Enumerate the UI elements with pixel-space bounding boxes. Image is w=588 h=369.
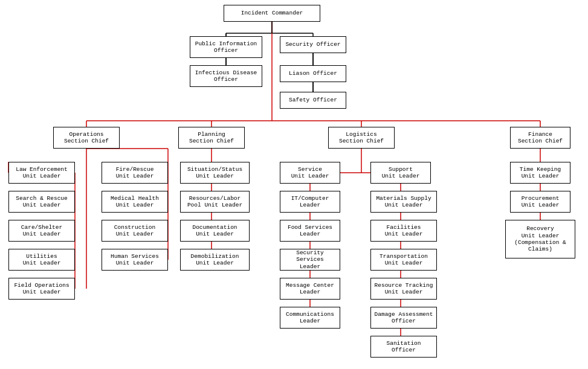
situation-status-node: Situation/Status Unit Leader [180,162,250,184]
food-services-node: Food Services Leader [280,220,340,242]
service-unit-node: Service Unit Leader [280,162,340,184]
security-services-node: Security Services Leader [280,249,340,271]
resource-tracking-node: Resource Tracking Unit Leader [370,278,437,300]
org-chart: Incident CommanderPublic Information Off… [0,0,588,369]
finance-chief-node: Finance Section Chief [510,127,570,149]
security-officer-node: Security Officer [280,36,346,53]
public-info-node: Public Information Officer [190,36,262,58]
liason-officer-node: Liason Officer [280,65,346,82]
medical-health-node: Medical Health Unit Leader [102,191,168,213]
ops-chief-node: Operations Section Chief [53,127,120,149]
construction-node: Construction Unit Leader [102,220,168,242]
time-keeping-node: Time Keeping Unit Leader [510,162,570,184]
documentation-node: Documentation Unit Leader [180,220,250,242]
utilities-node: Utilities Unit Leader [8,249,75,271]
sanitation-node: Sanitation Officer [370,336,437,358]
materials-supply-node: Materials Supply Unit Leader [370,191,437,213]
demobilization-node: Demobilization Unit Leader [180,249,250,271]
infectious-disease-node: Infectious Disease Officer [190,65,262,87]
procurement-node: Procurement Unit Leader [510,191,570,213]
it-computer-node: IT/Computer Leader [280,191,340,213]
logistics-chief-node: Logistics Section Chief [328,127,395,149]
message-center-node: Message Center Leader [280,278,340,300]
facilities-node: Facilities Unit Leader [370,220,437,242]
care-shelter-node: Care/Shelter Unit Leader [8,220,75,242]
planning-chief-node: Planning Section Chief [178,127,245,149]
transportation-node: Transportation Unit Leader [370,249,437,271]
incident-commander-node: Incident Commander [224,5,320,22]
damage-assessment-node: Damage Assessment Officer [370,307,437,329]
human-services-node: Human Services Unit Leader [102,249,168,271]
safety-officer-node: Safety Officer [280,92,346,109]
resources-labor-node: Resources/Labor Pool Unit Leader [180,191,250,213]
law-enforcement-node: Law Enforcement Unit Leader [8,162,75,184]
fire-rescue-node: Fire/Rescue Unit Leader [102,162,168,184]
search-rescue-node: Search & Rescue Unit Leader [8,191,75,213]
field-ops-node: Field Operations Unit Leader [8,278,75,300]
support-unit-node: Support Unit Leader [370,162,431,184]
recovery-node: Recovery Unit Leader (Compensation & Cla… [505,220,575,258]
communications-node: Communications Leader [280,307,340,329]
